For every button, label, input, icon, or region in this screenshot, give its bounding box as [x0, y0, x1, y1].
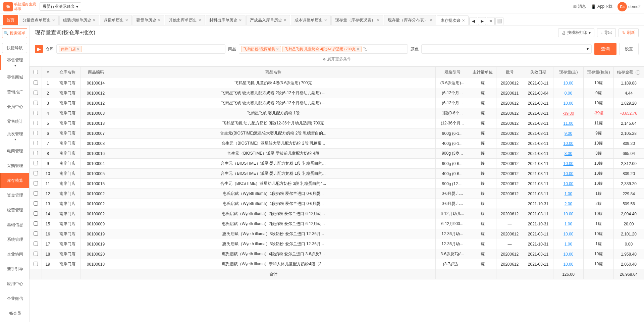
cell-qty-main[interactable]: -39.00	[553, 108, 584, 118]
warehouse-dots[interactable]: ...	[83, 47, 87, 51]
row-checkbox[interactable]	[34, 211, 38, 216]
sidebar-item-member[interactable]: 会员中心	[0, 99, 29, 114]
cell-checkbox[interactable]	[30, 199, 42, 209]
search-english-btn[interactable]: 🔍 搜索英单	[2, 28, 27, 38]
cell-qty-main[interactable]: 10.00	[553, 139, 584, 149]
cell-checkbox[interactable]	[30, 219, 42, 229]
sidebar-item-operations[interactable]: 经营管理	[0, 203, 29, 217]
row-checkbox[interactable]	[34, 191, 38, 196]
cell-qty-main[interactable]: 10.00	[553, 209, 584, 219]
tab-inventory-status[interactable]: 现存量（库存状况表） ✕	[331, 15, 383, 25]
row-checkbox[interactable]	[34, 181, 38, 185]
print-btn[interactable]: 🖨 按模板打印 ▾	[558, 28, 594, 37]
tab-other-out[interactable]: 其他出库单历史 ✕	[165, 15, 205, 25]
cell-checkbox[interactable]	[30, 209, 42, 219]
color-filter[interactable]: ▾	[421, 44, 592, 54]
tab-close-icon[interactable]: ✕	[377, 18, 380, 22]
cell-checkbox[interactable]	[30, 108, 42, 118]
cell-qty-main[interactable]: 1.00	[553, 219, 584, 229]
sidebar-item-finance[interactable]: 资金管理	[0, 188, 29, 203]
cell-qty-main[interactable]: 10.00	[553, 229, 584, 239]
query-btn[interactable]: 查询	[594, 43, 616, 55]
row-checkbox[interactable]	[34, 252, 38, 256]
tab-close-icon[interactable]: ✕	[125, 18, 128, 22]
cell-qty-main[interactable]: 10.00	[553, 78, 584, 88]
tab-close-icon[interactable]: ✕	[239, 18, 242, 22]
row-checkbox[interactable]	[34, 91, 38, 95]
cell-checkbox[interactable]	[30, 159, 42, 169]
tag-close-icon[interactable]: ✕	[77, 47, 79, 51]
cell-checkbox[interactable]	[30, 259, 42, 269]
tab-close-icon[interactable]: ✕	[324, 18, 327, 22]
tab-disassemble[interactable]: 组装拆卸单历史 ✕	[59, 15, 99, 25]
sidebar-item-inventory[interactable]: 库存核算	[0, 173, 29, 188]
goods-filter[interactable]: 飞鹤奶粉3段两罐装 ✕ 飞鹤星飞帆 儿童奶粉 4段(3-6岁适用) 700克 ✕…	[239, 44, 408, 54]
warehouse-filter[interactable]: 南岸门店 ✕ ...	[56, 44, 225, 54]
cell-checkbox[interactable]	[30, 189, 42, 199]
cell-qty-main[interactable]: 11.00	[553, 118, 584, 128]
row-checkbox[interactable]	[34, 201, 38, 206]
account-selector[interactable]: 母婴行业演示账套 ▾	[40, 2, 81, 11]
quick-nav-btn[interactable]: 快捷导航	[2, 43, 27, 53]
sidebar-item-system[interactable]: 系统管理	[0, 232, 29, 247]
tab-home[interactable]: 首页	[3, 15, 18, 25]
cell-checkbox[interactable]	[30, 78, 42, 88]
th-checkbox[interactable]	[30, 67, 42, 78]
cell-qty-main[interactable]: 3.00	[553, 149, 584, 159]
goods-dots[interactable]: 飞...	[363, 46, 370, 52]
row-checkbox[interactable]	[34, 151, 38, 155]
tab-next-btn[interactable]: ▶	[478, 17, 486, 25]
sidebar-item-marketing[interactable]: 营销推广	[0, 85, 29, 99]
settings-btn[interactable]: 设置	[619, 43, 639, 55]
app-download-btn[interactable]: 📱 App下载	[591, 4, 612, 9]
cell-qty-main[interactable]: 9.00	[553, 128, 584, 139]
tab-close-all-btn[interactable]: ✕	[487, 17, 495, 25]
cell-qty-main[interactable]: 10.00	[553, 179, 584, 189]
cell-checkbox[interactable]	[30, 88, 42, 98]
tab-close-icon[interactable]: ✕	[283, 18, 286, 22]
user-menu[interactable]: Ea demo2	[618, 2, 641, 11]
tag-close-icon[interactable]: ✕	[357, 47, 359, 51]
row-checkbox[interactable]	[34, 101, 38, 105]
expand-more-btn[interactable]: ❖ 展开更多条件	[322, 56, 351, 62]
cell-qty-main[interactable]: 1.00	[553, 189, 584, 199]
sidebar-item-retail[interactable]: 零售管理 ▾	[0, 55, 29, 70]
tab-product-in[interactable]: 产成品入库单历史 ✕	[246, 15, 290, 25]
sidebar-item-ecommerce[interactable]: 电商管理	[0, 144, 29, 158]
message-btn[interactable]: ✉ 消息	[573, 4, 586, 9]
filter-expand-btn[interactable]: ▶	[35, 45, 43, 53]
tab-batch-voucher[interactable]: 库存批次账 ✕	[437, 15, 469, 25]
row-checkbox[interactable]	[34, 121, 38, 125]
cell-checkbox[interactable]	[30, 179, 42, 189]
sidebar-item-app-center[interactable]: 应用中心	[0, 276, 29, 291]
cell-checkbox[interactable]	[30, 239, 42, 249]
refresh-btn[interactable]: ↻ 刷新	[619, 28, 639, 37]
tag-close-icon[interactable]: ✕	[276, 47, 279, 51]
row-checkbox[interactable]	[34, 80, 38, 85]
cell-checkbox[interactable]	[30, 128, 42, 139]
tab-close-icon[interactable]: ✕	[52, 18, 55, 22]
cell-qty-main[interactable]: 10.00	[553, 159, 584, 169]
tab-prev-btn[interactable]: ◀	[469, 17, 477, 25]
row-checkbox[interactable]	[34, 131, 38, 135]
cell-checkbox[interactable]	[30, 118, 42, 128]
cell-qty-main[interactable]: 10.00	[553, 169, 584, 179]
row-checkbox[interactable]	[34, 141, 38, 145]
tab-inventory-dist[interactable]: 现存量（库存分布表） ✕	[384, 15, 436, 25]
sidebar-item-retail-shop[interactable]: 零售商城	[0, 70, 29, 85]
sidebar-item-enterprise[interactable]: 企业协同	[0, 247, 29, 262]
tab-mixing[interactable]: 调拨单历史 ✕	[100, 15, 132, 25]
row-checkbox[interactable]	[34, 221, 38, 226]
tab-close-icon[interactable]: ✕	[198, 18, 201, 22]
sidebar-item-member2[interactable]: 畅会员	[0, 306, 29, 321]
row-checkbox[interactable]	[34, 161, 38, 165]
cell-qty-main[interactable]: 10.00	[553, 98, 584, 108]
row-checkbox[interactable]	[34, 231, 38, 236]
cell-qty-main[interactable]: 10.00	[553, 259, 584, 269]
sidebar-item-basic[interactable]: 基础信息	[0, 217, 29, 232]
sidebar-item-wechat[interactable]: 企业微信	[0, 291, 29, 306]
row-checkbox[interactable]	[34, 171, 38, 175]
tab-cost-adjust[interactable]: 成本调整单历史 ✕	[291, 15, 331, 25]
tab-close-icon[interactable]: ✕	[462, 18, 465, 23]
cell-checkbox[interactable]	[30, 249, 42, 259]
